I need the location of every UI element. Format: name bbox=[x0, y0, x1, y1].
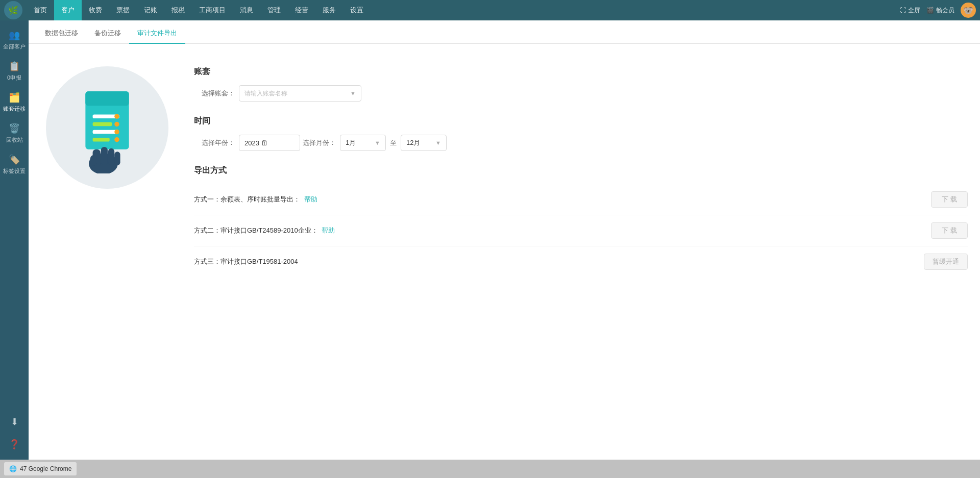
illustration-area bbox=[41, 56, 174, 189]
zero-declaration-icon: 📋 bbox=[9, 61, 20, 72]
tab-backup-migration[interactable]: 备份迁移 bbox=[86, 22, 129, 44]
svg-rect-15 bbox=[90, 155, 97, 166]
tab-bar: 数据包迁移 备份迁移 审计文件导出 bbox=[29, 20, 980, 44]
sidebar-item-zero-declaration[interactable]: 📋 0申报 bbox=[0, 56, 29, 87]
method-2-help-link[interactable]: 帮助 bbox=[322, 227, 335, 234]
account-select-dropdown[interactable]: 请输入账套名称 ▼ bbox=[239, 85, 361, 102]
year-input[interactable]: 2023 🗓 bbox=[239, 135, 300, 151]
year-label: 选择年份： bbox=[194, 138, 235, 147]
account-select-placeholder: 请输入账套名称 bbox=[244, 89, 287, 98]
sidebar-item-recycle[interactable]: 🗑️ 回收站 bbox=[0, 118, 29, 149]
taskbar: 🌐 47 Google Chrome bbox=[0, 460, 980, 478]
svg-rect-3 bbox=[93, 122, 112, 127]
sidebar-help-icon[interactable]: ❓ bbox=[5, 435, 23, 454]
nav-item-settings[interactable]: 设置 bbox=[343, 0, 371, 20]
export-method-2: 方式二：审计接口GB/T24589-2010企业： 帮助 下 载 bbox=[194, 215, 968, 246]
sidebar-download-icon[interactable]: ⬇ bbox=[5, 413, 23, 431]
time-separator: 至 bbox=[390, 138, 397, 147]
svg-rect-14 bbox=[114, 152, 120, 165]
nav-item-business[interactable]: 工商项目 bbox=[192, 0, 233, 20]
fullscreen-button[interactable]: ⛶ 全屏 bbox=[900, 6, 920, 15]
month-end-chevron-icon: ▼ bbox=[435, 140, 441, 146]
time-row: 选择年份： 2023 🗓 选择月份： 1月 ▼ 至 12月 ▼ bbox=[194, 135, 968, 151]
export-section-title: 导出方式 bbox=[194, 165, 968, 176]
page-content: 账套 选择账套： 请输入账套名称 ▼ 时间 选择年份： 2023 🗓 bbox=[29, 44, 980, 460]
svg-point-6 bbox=[114, 114, 119, 118]
account-select-row: 选择账套： 请输入账套名称 ▼ bbox=[194, 85, 968, 102]
recycle-icon: 🗑️ bbox=[9, 123, 20, 134]
nav-item-operation[interactable]: 经营 bbox=[288, 0, 315, 20]
svg-rect-4 bbox=[93, 130, 117, 134]
form-area: 账套 选择账套： 请输入账套名称 ▼ 时间 选择年份： 2023 🗓 bbox=[194, 56, 968, 277]
audit-illustration bbox=[66, 82, 148, 173]
sidebar-item-all-customers[interactable]: 👥 全部客户 bbox=[0, 24, 29, 56]
app-logo: 🌿 bbox=[4, 1, 22, 19]
sidebar-bottom: ⬇ ❓ bbox=[5, 413, 23, 460]
nav-item-tax[interactable]: 报税 bbox=[164, 0, 192, 20]
all-customers-icon: 👥 bbox=[9, 30, 20, 41]
nav-item-fee[interactable]: 收费 bbox=[82, 0, 109, 20]
chevron-down-icon: ▼ bbox=[350, 90, 356, 96]
content-area: 数据包迁移 备份迁移 审计文件导出 bbox=[29, 20, 980, 460]
svg-rect-1 bbox=[85, 91, 129, 106]
tab-audit-export[interactable]: 审计文件导出 bbox=[129, 22, 185, 44]
month-start-chevron-icon: ▼ bbox=[375, 140, 380, 146]
chrome-icon: 🌐 bbox=[9, 465, 17, 472]
method-1-label: 方式一：余额表、序时账批量导出： 帮助 bbox=[194, 195, 317, 204]
user-avatar[interactable]: 🐨 bbox=[961, 3, 976, 18]
nav-item-service[interactable]: 服务 bbox=[315, 0, 343, 20]
main-layout: 👥 全部客户 📋 0申报 🗂️ 账套迁移 🗑️ 回收站 🏷️ 标签设置 ⬇ ❓ bbox=[0, 20, 980, 460]
nav-item-invoice[interactable]: 票据 bbox=[109, 0, 137, 20]
month-start-select[interactable]: 1月 ▼ bbox=[340, 135, 386, 151]
nav-item-bookkeeping[interactable]: 记账 bbox=[137, 0, 164, 20]
nav-item-home[interactable]: 首页 bbox=[27, 0, 54, 20]
svg-rect-13 bbox=[108, 148, 114, 165]
time-section-title: 时间 bbox=[194, 116, 968, 127]
month-end-select[interactable]: 12月 ▼ bbox=[401, 135, 447, 151]
account-section-title: 账套 bbox=[194, 66, 968, 77]
export-method-1: 方式一：余额表、序时账批量导出： 帮助 下 载 bbox=[194, 184, 968, 215]
method-3-label: 方式三：审计接口GB/T19581-2004 bbox=[194, 257, 298, 266]
svg-rect-5 bbox=[93, 138, 110, 142]
tag-settings-icon: 🏷️ bbox=[9, 154, 20, 165]
method-3-open-button[interactable]: 暂缓开通 bbox=[924, 254, 968, 270]
method-1-download-button[interactable]: 下 载 bbox=[931, 191, 968, 208]
sidebar-item-tag-settings[interactable]: 🏷️ 标签设置 bbox=[0, 149, 29, 180]
top-nav-right: ⛶ 全屏 🎬 畅会员 🐨 bbox=[900, 3, 976, 18]
logo-icon: 🌿 bbox=[8, 6, 18, 15]
export-method-3: 方式三：审计接口GB/T19581-2004 暂缓开通 bbox=[194, 246, 968, 277]
sidebar-item-account-migration[interactable]: 🗂️ 账套迁移 bbox=[0, 87, 29, 118]
nav-item-message[interactable]: 消息 bbox=[233, 0, 260, 20]
taskbar-chrome[interactable]: 🌐 47 Google Chrome bbox=[4, 462, 77, 475]
top-navigation: 🌿 首页 客户 收费 票据 记账 报税 工商项目 消息 管理 经营 bbox=[0, 0, 980, 20]
tab-data-migration[interactable]: 数据包迁移 bbox=[37, 22, 86, 44]
nav-item-customer[interactable]: 客户 bbox=[54, 0, 82, 20]
vip-button[interactable]: 🎬 畅会员 bbox=[926, 6, 954, 15]
svg-point-7 bbox=[114, 122, 119, 127]
svg-point-9 bbox=[114, 137, 119, 142]
nav-item-manage[interactable]: 管理 bbox=[260, 0, 288, 20]
nav-items: 首页 客户 收费 票据 记账 报税 工商项目 消息 管理 经营 服务 bbox=[27, 0, 900, 20]
method-2-label: 方式二：审计接口GB/T24589-2010企业： 帮助 bbox=[194, 226, 335, 235]
method-1-help-link[interactable]: 帮助 bbox=[304, 195, 317, 203]
illustration-circle bbox=[46, 66, 168, 189]
method-2-download-button[interactable]: 下 载 bbox=[931, 222, 968, 239]
left-sidebar: 👥 全部客户 📋 0申报 🗂️ 账套迁移 🗑️ 回收站 🏷️ 标签设置 ⬇ ❓ bbox=[0, 20, 29, 460]
svg-point-8 bbox=[114, 130, 119, 134]
month-label: 选择月份： bbox=[300, 138, 336, 147]
svg-rect-12 bbox=[101, 147, 108, 165]
account-select-label: 选择账套： bbox=[194, 89, 235, 98]
account-migration-icon: 🗂️ bbox=[9, 92, 20, 103]
